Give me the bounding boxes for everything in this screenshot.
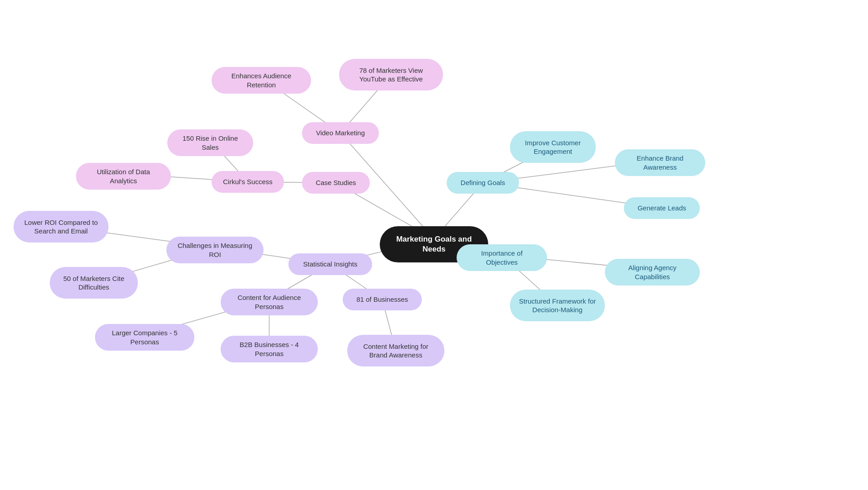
node-label-enhanceBrandAwareness: Enhance Brand Awareness <box>623 154 697 171</box>
node-label-contentAudiencePersonas: Content for Audience Personas <box>229 293 310 311</box>
node-label-utilizationDataAnalytics: Utilization of Data Analytics <box>84 167 163 185</box>
node-label-generateLeads: Generate Leads <box>637 204 686 213</box>
node-label-caseStudies: Case Studies <box>316 178 356 187</box>
node-generateLeads: Generate Leads <box>624 197 700 219</box>
node-definingGoals: Defining Goals <box>447 172 519 194</box>
node-contentAudiencePersonas: Content for Audience Personas <box>221 289 318 315</box>
node-label-statisticalInsights: Statistical Insights <box>303 260 357 269</box>
node-lowerROI: Lower ROI Compared to Search and Email <box>14 211 108 243</box>
node-cirkulSuccess: Cirkul's Success <box>212 171 284 193</box>
node-statisticalInsights: Statistical Insights <box>288 253 372 275</box>
node-enhanceBrandAwareness: Enhance Brand Awareness <box>615 149 705 176</box>
node-utilizationDataAnalytics: Utilization of Data Analytics <box>76 163 171 190</box>
node-importanceObjectives: Importance of Objectives <box>457 244 547 271</box>
node-label-lowerROI: Lower ROI Compared to Search and Email <box>22 218 100 236</box>
node-78Marketers: 78 of Marketers View YouTube as Effectiv… <box>339 59 443 90</box>
node-structuredFramework: Structured Framework for Decision-Making <box>510 290 605 321</box>
node-challengesMeasuringROI: Challenges in Measuring ROI <box>166 237 264 263</box>
node-contentMarketingBrandAwareness: Content Marketing for Brand Awareness <box>347 335 444 366</box>
node-b2bBusinesses: B2B Businesses - 4 Personas <box>221 336 318 362</box>
node-label-50Marketers: 50 of Marketers Cite Difficulties <box>58 274 130 292</box>
node-label-challengesMeasuringROI: Challenges in Measuring ROI <box>175 241 255 259</box>
node-label-videoMarketing: Video Marketing <box>316 128 365 138</box>
node-aligningAgencyCapabilities: Aligning Agency Capabilities <box>605 259 700 285</box>
node-81Businesses: 81 of Businesses <box>343 289 422 310</box>
node-label-78Marketers: 78 of Marketers View YouTube as Effectiv… <box>347 66 435 84</box>
node-50Marketers: 50 of Marketers Cite Difficulties <box>50 267 138 299</box>
node-label-structuredFramework: Structured Framework for Decision-Making <box>518 297 597 314</box>
node-improveCustomerEngagement: Improve Customer Engagement <box>510 131 596 163</box>
node-label-largerCompanies: Larger Companies - 5 Personas <box>103 328 186 346</box>
node-150Rise: 150 Rise in Online Sales <box>167 129 253 156</box>
mind-map: Marketing Goals and NeedsVideo Marketing… <box>0 0 868 490</box>
node-label-improveCustomerEngagement: Improve Customer Engagement <box>518 138 588 156</box>
node-largerCompanies: Larger Companies - 5 Personas <box>95 324 194 351</box>
node-label-contentMarketingBrandAwareness: Content Marketing for Brand Awareness <box>355 342 436 360</box>
node-label-cirkulSuccess: Cirkul's Success <box>223 177 273 186</box>
node-label-150Rise: 150 Rise in Online Sales <box>175 134 245 152</box>
node-label-81Businesses: 81 of Businesses <box>356 295 408 304</box>
node-videoMarketing: Video Marketing <box>302 122 379 144</box>
node-label-aligningAgencyCapabilities: Aligning Agency Capabilities <box>613 263 692 281</box>
node-label-b2bBusinesses: B2B Businesses - 4 Personas <box>229 340 310 358</box>
node-label-importanceObjectives: Importance of Objectives <box>465 249 539 266</box>
node-enhancesAudienceRetention: Enhances Audience Retention <box>212 67 311 94</box>
node-caseStudies: Case Studies <box>302 172 370 194</box>
node-label-definingGoals: Defining Goals <box>461 178 505 187</box>
node-label-enhancesAudienceRetention: Enhances Audience Retention <box>220 71 303 89</box>
